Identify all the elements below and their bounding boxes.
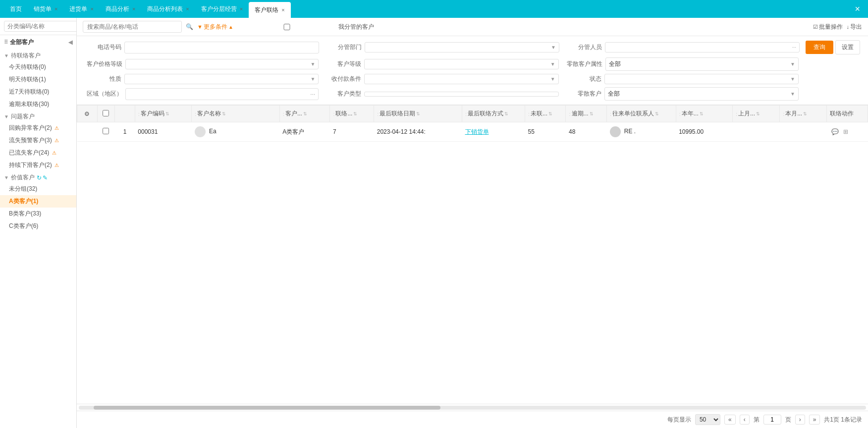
sort-icon[interactable]: ⇅ (222, 111, 226, 116)
row-thisyear-cell: 10995.00 (676, 122, 732, 142)
last-page-button[interactable]: » (809, 415, 820, 425)
batch-operation-button[interactable]: ☑ 批量操作 (813, 23, 843, 31)
manager-select[interactable]: ··· (605, 42, 800, 53)
sidebar-pending-group[interactable]: ▼ 待联络客户 (0, 50, 76, 61)
sidebar-item-today[interactable]: 今天待联络(0) (0, 61, 76, 73)
scatter-cust-select[interactable]: 全部 ▼ (604, 87, 799, 101)
phone-input[interactable] (124, 42, 319, 54)
setting-button[interactable]: 设置 (835, 40, 860, 54)
filter-bar: 🔍 ▼ 更多条件 ▲ 我分管的客户 ☑ 批量操作 ↓ 导出 (77, 18, 868, 36)
gear-icon[interactable]: ⚙ (84, 110, 90, 117)
status-select[interactable]: ▼ (604, 74, 799, 84)
sort-icon[interactable]: ⇅ (655, 111, 659, 116)
caret-icon: ▼ (310, 76, 315, 82)
sidebar-item-unclassified[interactable]: 未分组(32) (0, 183, 76, 195)
filter-search-icon[interactable]: 🔍 (186, 23, 193, 30)
col-resizer-icon: : (783, 111, 784, 117)
scatter-attr-select[interactable]: 全部 ▼ (605, 57, 799, 71)
sidebar-item-declining[interactable]: 持续下滑客户(2) ⚠ (0, 159, 76, 171)
select-all-checkbox[interactable] (103, 110, 109, 116)
sort-icon[interactable]: ⇅ (303, 111, 307, 116)
sidebar-item-churn-warning[interactable]: 流失预警客户(3) ⚠ (0, 134, 76, 147)
caret-icon: ▼ (790, 76, 795, 82)
tab-product-analysis[interactable]: 商品分析 × (100, 0, 141, 18)
chat-icon[interactable]: 💬 (831, 128, 839, 135)
edit-icon[interactable]: ✎ (43, 174, 48, 181)
more-conditions-button[interactable]: ▼ 更多条件 ▲ (197, 23, 233, 31)
tab-salesorder[interactable]: 销货单 × (28, 0, 63, 18)
th-thismonth: : 本月... ⇅ (780, 106, 827, 122)
my-customer-checkbox-label[interactable]: 我分管的客户 (237, 23, 374, 31)
sort-icon[interactable]: ⇅ (700, 111, 704, 116)
next-page-button[interactable]: › (795, 415, 805, 425)
sidebar-value-group[interactable]: ▼ 价值客户 ↻ ✎ (0, 171, 76, 183)
tab-customer-contact[interactable]: 客户联络 × (249, 2, 290, 18)
payment-select[interactable]: ▼ (364, 74, 558, 84)
first-page-button[interactable]: « (724, 415, 736, 425)
scroll-track[interactable] (79, 406, 866, 410)
sidebar-item-overdue[interactable]: 逾期未联络(30) (0, 98, 76, 110)
grid-icon[interactable]: ⊞ (843, 128, 848, 135)
sort-icon[interactable]: ⇅ (803, 111, 807, 116)
sort-icon[interactable]: ⇅ (548, 111, 552, 116)
dept-select[interactable]: ▼ (365, 42, 559, 53)
export-button[interactable]: ↓ 导出 (847, 23, 863, 31)
sidebar-item-b-class[interactable]: B类客户(33) (0, 208, 76, 220)
avatar (610, 126, 621, 137)
th-name: : 客户名称 ⇅ (192, 106, 280, 122)
tab-home[interactable]: 首页 (4, 0, 28, 18)
filter-row-3: 性质 ▼ 收付款条件 ▼ 状态 (83, 74, 862, 84)
cust-type-select[interactable] (364, 92, 558, 97)
sidebar-item-7days[interactable]: 近7天待联络(0) (0, 86, 76, 98)
region-select[interactable]: ··· (125, 88, 319, 100)
tab-purchase[interactable]: 进货单 × (63, 0, 99, 18)
sidebar-item-tomorrow[interactable]: 明天待联络(1) (0, 73, 76, 86)
sort-icon[interactable]: ⇅ (353, 111, 357, 116)
tab-customer-tier[interactable]: 客户分层经营 × (195, 0, 249, 18)
price-level-select[interactable]: ▼ (125, 59, 319, 69)
warn-icon: ⚠ (54, 125, 59, 131)
sort-icon[interactable]: ⇅ (165, 111, 169, 116)
close-icon[interactable]: × (281, 7, 284, 13)
tab-product-list[interactable]: 商品分析列表 × (141, 0, 195, 18)
region-label: 区域（地区） (87, 90, 122, 98)
prev-page-button[interactable]: ‹ (740, 415, 750, 425)
filter-cell-cust-level: 客户等级 ▼ (323, 59, 562, 69)
scatter-attr-label: 零散客户属性 (567, 60, 602, 68)
close-icon[interactable]: × (90, 6, 93, 12)
close-icon[interactable]: × (54, 6, 57, 12)
row-lastway-cell[interactable]: 下销货单 (462, 122, 525, 142)
cust-level-select[interactable]: ▼ (364, 59, 558, 69)
th-lastway: : 最后联络方式 ⇅ (462, 106, 525, 122)
nature-select[interactable]: ▼ (124, 74, 319, 84)
refresh-icon[interactable]: ↻ (37, 174, 42, 181)
scroll-thumb[interactable] (94, 406, 440, 410)
cust-type-label: 客户类型 (326, 90, 361, 98)
row-code-cell[interactable]: 000031 (135, 122, 191, 142)
sidebar-item-a-class[interactable]: A类客户(1) (0, 195, 76, 208)
sort-icon[interactable]: ⇅ (756, 111, 760, 116)
per-page-select[interactable]: 50 20 100 (695, 414, 720, 425)
close-icon[interactable]: × (240, 6, 243, 12)
sidebar-search-input[interactable] (4, 21, 77, 32)
advanced-filter: 电话号码 分管部门 ▼ 分管人员 ··· (77, 36, 868, 105)
last-way-link[interactable]: 下销货单 (465, 128, 489, 135)
sort-icon[interactable]: ⇅ (590, 111, 594, 116)
close-icon[interactable]: × (186, 6, 189, 12)
close-icon[interactable]: × (132, 6, 135, 12)
caret-icon: ▼ (551, 45, 556, 50)
row-checkbox[interactable] (103, 128, 109, 134)
sidebar-problem-group[interactable]: ▼ 问题客户 (0, 110, 76, 122)
sidebar-all-customers[interactable]: ⠿ 全部客户 ◀ (0, 35, 76, 50)
query-button[interactable]: 查询 (806, 41, 833, 54)
sidebar-item-repurchase-abnormal[interactable]: 回购异常客户(2) ⚠ (0, 122, 76, 134)
page-number-input[interactable] (763, 415, 781, 425)
sidebar-item-churned[interactable]: 已流失客户(24) ⚠ (0, 147, 76, 159)
search-input[interactable] (83, 21, 182, 33)
close-all-button[interactable]: × (851, 4, 864, 14)
sidebar-item-c-class[interactable]: C类客户(6) (0, 220, 76, 232)
sort-icon[interactable]: ⇅ (504, 111, 508, 116)
row-name-cell[interactable]: Ea (192, 122, 280, 142)
my-customer-checkbox[interactable] (237, 24, 336, 30)
sort-icon[interactable]: ⇅ (416, 111, 420, 116)
